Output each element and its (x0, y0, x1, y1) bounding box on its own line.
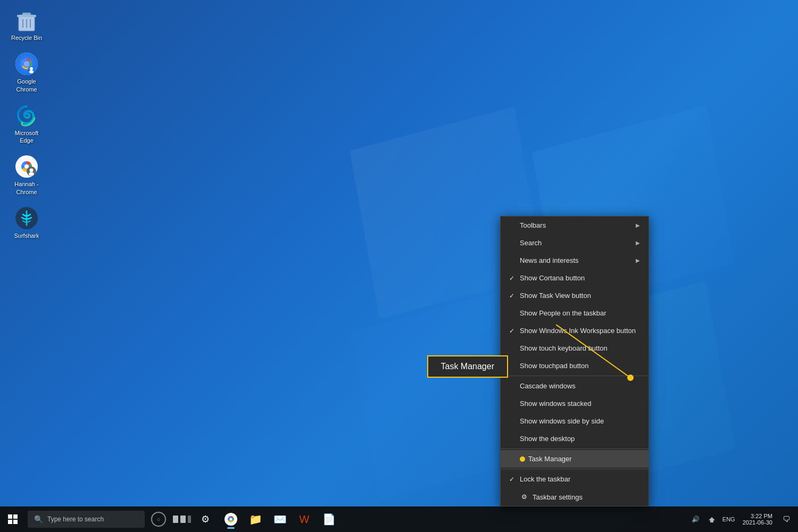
microsoft-edge-label: Microsoft Edge (9, 129, 45, 145)
menu-item-news[interactable]: News and interests ▶ (501, 252, 649, 269)
gear-icon: ⚙ (520, 493, 528, 501)
language-indicator[interactable]: ENG (721, 508, 736, 531)
menu-item-show-task-view[interactable]: ✓ Show Task View button (501, 287, 649, 304)
svg-point-29 (230, 518, 232, 521)
taskbar: 🔍 Type here to search ○ ⚙ (0, 506, 798, 532)
menu-item-show-side-by-side[interactable]: Show windows side by side (501, 412, 649, 430)
show-touch-keyboard-label: Show touch keyboard button (520, 344, 640, 352)
cascade-label: Cascade windows (520, 382, 640, 390)
taskbar-chrome-app[interactable] (219, 508, 243, 531)
show-touchpad-label: Show touchpad button (520, 362, 640, 370)
taskbar-office-app[interactable]: W (293, 508, 316, 531)
microsoft-edge-icon (15, 104, 38, 127)
taskbar-right-section: 🔊 ENG 3:22 PM 2021-06-30 🗨 (688, 508, 798, 531)
taskbar-context-menu: Toolbars ▶ Search ▶ News and interests ▶… (500, 216, 649, 506)
desktop-icon-recycle-bin[interactable]: Recycle Bin (5, 5, 48, 45)
taskbar-search-icon: 🔍 (34, 515, 43, 523)
menu-item-toolbars[interactable]: Toolbars ▶ (501, 217, 649, 234)
volume-icon[interactable]: 🔊 (688, 508, 703, 531)
taskbar-explorer-app[interactable]: 📁 (244, 508, 267, 531)
explorer-icon: 📁 (249, 513, 262, 526)
search-label: Search (520, 239, 636, 247)
office-icon: W (300, 513, 310, 526)
menu-item-task-manager[interactable]: Task Manager (501, 450, 649, 468)
task-manager-tooltip-text: Task Manager (441, 362, 495, 371)
divider-2 (501, 448, 649, 449)
check-task-view: ✓ (509, 292, 520, 300)
desktop: Recycle Bin (0, 0, 798, 532)
settings-icon: ⚙ (201, 513, 210, 525)
task-manager-dot (520, 456, 525, 462)
surfshark-icon (15, 206, 38, 230)
menu-item-show-desktop[interactable]: Show the desktop (501, 430, 649, 447)
check-cortana: ✓ (509, 275, 520, 282)
clock-time: 3:22 PM (751, 513, 772, 519)
cortana-icon: ○ (151, 512, 166, 527)
menu-item-show-touch-keyboard[interactable]: Show touch keyboard button (501, 339, 649, 357)
desktop-icon-surfshark[interactable]: Surfshark (5, 203, 48, 243)
hannah-chrome-icon (15, 155, 38, 178)
svg-point-22 (29, 172, 34, 176)
google-chrome-label: Google Chrome (9, 78, 45, 93)
menu-item-show-people[interactable]: Show People on the taskbar (501, 304, 649, 322)
show-stacked-label: Show windows stacked (520, 400, 640, 408)
taskbar-notes-app[interactable]: 📄 (317, 508, 340, 531)
recycle-bin-label: Recycle Bin (11, 34, 42, 41)
taskbar-search-bar[interactable]: 🔍 Type here to search (28, 511, 145, 528)
taskbar-clock[interactable]: 3:22 PM 2021-06-30 (738, 508, 777, 531)
network-icon[interactable] (704, 508, 719, 531)
check-ink: ✓ (509, 327, 520, 335)
show-desktop-label: Show the desktop (520, 435, 640, 443)
menu-item-lock-taskbar[interactable]: ✓ Lock the taskbar (501, 470, 649, 488)
show-cortana-label: Show Cortana button (520, 274, 640, 282)
desktop-icon-google-chrome[interactable]: Google Chrome (5, 49, 48, 96)
menu-item-cascade[interactable]: Cascade windows (501, 377, 649, 395)
task-view-icon (173, 516, 191, 523)
language-text: ENG (722, 516, 735, 522)
recycle-bin-icon (15, 9, 38, 32)
desktop-icons: Recycle Bin (5, 5, 48, 243)
surfshark-label: Surfshark (14, 232, 39, 239)
news-label: News and interests (520, 256, 636, 264)
taskbar-settings-button[interactable]: ⚙ (194, 508, 217, 531)
svg-rect-6 (19, 15, 23, 18)
task-manager-tooltip: Task Manager (427, 355, 509, 378)
menu-item-show-stacked[interactable]: Show windows stacked (501, 395, 649, 412)
menu-item-show-touchpad[interactable]: Show touchpad button (501, 357, 649, 375)
desktop-icon-hannah-chrome[interactable]: Hannah - Chrome (5, 152, 48, 199)
hannah-chrome-label: Hannah - Chrome (9, 180, 45, 196)
show-side-by-side-label: Show windows side by side (520, 417, 640, 425)
chrome-taskbar-icon (225, 513, 237, 526)
toolbars-label: Toolbars (520, 221, 636, 229)
divider-3 (501, 469, 649, 469)
submenu-arrow-search: ▶ (636, 240, 640, 246)
lock-taskbar-label: Lock the taskbar (520, 475, 640, 483)
desktop-icon-microsoft-edge[interactable]: Microsoft Edge (5, 101, 48, 148)
menu-item-search[interactable]: Search ▶ (501, 234, 649, 252)
mail-icon: ✉️ (273, 513, 287, 526)
divider-1 (501, 376, 649, 376)
menu-item-taskbar-settings[interactable]: ⚙ Taskbar settings (501, 488, 649, 506)
google-chrome-icon (15, 52, 38, 76)
taskbar-task-view-button[interactable] (170, 508, 194, 531)
chrome-running-indicator (227, 527, 235, 529)
check-lock-taskbar: ✓ (509, 476, 520, 483)
taskbar-mail-app[interactable]: ✉️ (268, 508, 292, 531)
show-ink-label: Show Windows Ink Workspace button (520, 327, 640, 335)
taskbar-search-placeholder: Type here to search (47, 516, 104, 523)
show-people-label: Show People on the taskbar (520, 309, 640, 317)
menu-item-show-cortana[interactable]: ✓ Show Cortana button (501, 269, 649, 287)
notification-button[interactable]: 🗨 (779, 508, 794, 531)
taskbar-cortana-button[interactable]: ○ (147, 508, 170, 531)
notes-icon: 📄 (322, 513, 336, 526)
svg-point-14 (30, 67, 33, 70)
show-task-view-label: Show Task View button (520, 292, 640, 300)
svg-point-12 (24, 61, 29, 66)
menu-item-show-ink[interactable]: ✓ Show Windows Ink Workspace button (501, 322, 649, 339)
submenu-arrow-toolbars: ▶ (636, 222, 640, 228)
svg-point-15 (29, 70, 34, 73)
taskbar-settings-label: Taskbar settings (533, 493, 640, 501)
start-button[interactable] (0, 506, 26, 532)
windows-logo-icon (8, 514, 18, 524)
svg-point-21 (30, 169, 34, 172)
